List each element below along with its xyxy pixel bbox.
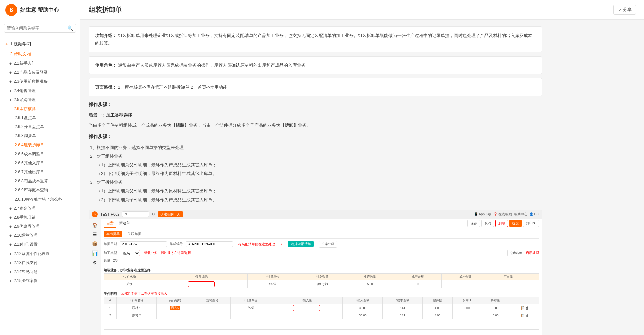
mock-date-input[interactable] <box>120 241 167 247</box>
mock-lower-td-costamt2: 141 <box>383 312 423 319</box>
mock-lower-row-1: 1 原材 1 商品A 个/箱 <box>104 304 539 312</box>
mock-type-select[interactable]: 组装 拆卸 <box>120 250 140 256</box>
mock-confirm-btn[interactable]: 立案处理 <box>319 241 337 248</box>
search-box[interactable]: 🔍 <box>4 24 76 33</box>
mock-box-icon[interactable]: 📦 <box>89 239 101 248</box>
sidebar-item-269[interactable]: 2.6.9库存账本查询 <box>15 186 80 195</box>
content-area: 功能介绍： 组装拆卸单用来处理企业组装或拆卸等加工业务，支持有固定装配清单的产品… <box>80 20 550 335</box>
sidebar-item-215[interactable]: + 2.15操作案例 <box>9 276 80 285</box>
mock-lower-inout-input[interactable] <box>293 305 320 311</box>
sidebar-item-261[interactable]: 2.6.1盘点单 <box>15 113 80 122</box>
sidebar-item-21[interactable]: + 2.1新手入门 <box>9 59 80 68</box>
sidebar-item-26[interactable]: − 2.6库存核算 <box>9 104 80 113</box>
mock-lower-td-whole: 4.00 <box>423 304 453 312</box>
path-block: 页面路径： 1、库存核算->库存管理->组装拆卸单 2、首页->常用功能 <box>89 78 542 96</box>
mock-save-btn[interactable]: 保存 <box>467 220 480 227</box>
mock-tab-record[interactable]: 本情提单 <box>104 231 122 237</box>
mock-lower-row-5 <box>104 329 539 335</box>
step3-sub2: （2）下部明细为子件明细，最终作为产成品生成其它入库单。 <box>97 196 542 204</box>
mock-app-icon: 📱 App下载 <box>474 212 491 217</box>
sidebar-item-212[interactable]: + 2.12系统个性化设置 <box>9 249 80 258</box>
sidebar-item-22[interactable]: + 2.2产品安装及登录 <box>9 68 80 77</box>
plus-icon: + <box>9 98 12 102</box>
sidebar-item-266[interactable]: 2.6.6其他入库单 <box>15 159 80 168</box>
scene1-title: 场景一：加工类型选择 <box>89 112 542 118</box>
sidebar-item-label: 2.9优惠券管理 <box>14 224 40 229</box>
share-label: 分享 <box>623 7 632 13</box>
sidebar-item-27[interactable]: + 2.7资金管理 <box>9 204 80 213</box>
sidebar-item-265[interactable]: 2.6.5成本调整单 <box>15 150 80 159</box>
mock-tab-self[interactable]: 自费 <box>104 219 116 228</box>
sidebar-item-264[interactable]: 2.6.4组装拆卸单 <box>15 141 80 150</box>
mock-chart-icon[interactable]: 📊 <box>89 248 101 258</box>
mock-upper-td-name: 关水 <box>104 280 155 288</box>
plus-icon: + <box>9 233 12 238</box>
mock-home-icon[interactable]: 🏠 <box>89 220 101 230</box>
mock-row2-del-icon[interactable]: 🗑 <box>526 314 529 317</box>
sidebar-item-29[interactable]: + 2.9优惠券管理 <box>9 222 80 231</box>
sidebar-item-2610[interactable]: 2.6.10库存账本错了怎么办 <box>15 195 80 204</box>
mock-lower-th-whole: 整件数 <box>423 297 453 304</box>
plus-icon: + <box>9 70 12 75</box>
mock-num-input[interactable] <box>186 241 233 247</box>
sidebar-item-268[interactable]: 2.6.8商品成本重算 <box>15 177 80 186</box>
sidebar-item-262[interactable]: 2.6.2分量盘点单 <box>15 122 80 131</box>
mock-print-btn[interactable]: 打印▼ <box>523 220 539 227</box>
step3-sub1: （1）上部明细为父件明细，最终作为原材料生成其它出库单； <box>97 187 542 196</box>
sidebar-item-213[interactable]: + 2.13在线支付 <box>9 258 80 267</box>
mock-menu-icon[interactable]: ☰ <box>89 230 101 239</box>
sidebar-item-214[interactable]: + 2.14常见问题 <box>9 267 80 276</box>
screenshot-mockup: 6 TEST-H002 ▼ ⚙ 创建新的一天 📱 App下载 ❓ 在线帮助 帮助… <box>89 210 542 335</box>
mock-upper-td-amt: 0 <box>394 280 441 288</box>
share-icon: ↗ <box>618 7 622 12</box>
mock-store-dropdown[interactable]: ▼ <box>122 211 149 217</box>
sidebar-item-24[interactable]: + 2.4销售管理 <box>9 86 80 95</box>
sidebar-item-211[interactable]: + 2.11打印设置 <box>9 240 80 249</box>
sidebar-item-263[interactable]: 2.6.3调拨单 <box>15 131 80 141</box>
mock-lower-td-code: 商品A <box>156 304 194 312</box>
mock-warehouse-input[interactable]: 仓库名称 <box>507 250 524 256</box>
mock-row-del-icon[interactable]: 🗑 <box>526 306 529 310</box>
mock-row2-copy-icon[interactable]: 📋 <box>521 314 525 317</box>
app-name: 好生意 帮助中心 <box>20 7 59 14</box>
nav-list: + 1.视频学习 − 2.帮助文档 + 2.1新手入门 + 2.2产品安装及登录… <box>0 36 80 335</box>
mock-tab-related[interactable]: 关联单据 <box>125 231 144 237</box>
sidebar-item-video[interactable]: + 1.视频学习 <box>0 39 80 49</box>
mock-create-btn[interactable]: 创建新的一天 <box>158 211 183 217</box>
sidebar-item-docs[interactable]: − 2.帮助文档 <box>0 49 80 59</box>
mock-delete-btn[interactable]: 删除 <box>495 220 508 227</box>
mock-upper-td-plan: 很好(个) <box>299 280 346 288</box>
sidebar-item-23[interactable]: + 2.3使用前数据准备 <box>9 77 80 86</box>
share-button[interactable]: ↗ 分享 <box>613 5 636 15</box>
sidebar-item-28[interactable]: + 2.8手机旺铺 <box>9 213 80 222</box>
mock-topbar: 6 TEST-H002 ▼ ⚙ 创建新的一天 📱 App下载 ❓ 在线帮助 帮助… <box>89 210 542 219</box>
scene1-desc: 当由多个子件材料组装成一个成品的业务为【组装】业务，当由一个父件拆分成多个子产品… <box>89 121 542 130</box>
mock-submit-btn[interactable]: 提交 <box>509 220 522 227</box>
sidebar-item-267[interactable]: 2.6.7其他出库单 <box>15 168 80 177</box>
mock-lower-td-costamt: 141 <box>383 304 423 312</box>
mock-assembly-btn[interactable]: 选择装配清单 <box>288 241 314 247</box>
mock-tab-new[interactable]: 新建单 <box>116 219 133 228</box>
mock-logo: 6 <box>92 211 98 217</box>
mock-row-copy-icon[interactable]: 📋 <box>521 306 525 310</box>
step2: 2、对于组装业务 <box>90 152 542 161</box>
sidebar-item-label: 2.11打印设置 <box>14 242 38 247</box>
sidebar-item-25[interactable]: + 2.5采购管理 <box>9 95 80 104</box>
search-icon[interactable]: 🔍 <box>67 25 73 31</box>
mock-gear-icon[interactable]: ⚙ <box>89 258 101 267</box>
mock-num-label: 集成编号 <box>170 242 183 246</box>
mock-upper-td-action <box>528 280 539 288</box>
sidebar-item-label: 2.8手机旺铺 <box>14 215 36 220</box>
mock-lower-td-split2 <box>452 312 481 319</box>
step2-sub2: （2）下部明细为子件明细，最终作为原材料生成其它出库单。 <box>97 169 542 178</box>
mock-lower-td-inout2 <box>271 312 343 319</box>
mock-cancel-btn[interactable]: 取消 <box>481 220 494 227</box>
mock-upper-th-ops <box>528 273 539 280</box>
mock-upper-code-input[interactable] <box>188 281 215 287</box>
mock-lower-table: # *子件名称 商品编码 规格型号 *计量单位 *出入量 *出入金额 *成本金额… <box>104 297 539 335</box>
sidebar-item-210[interactable]: + 2.10经营管理 <box>9 231 80 240</box>
mock-lower-th-unit: *计量单位 <box>231 297 271 304</box>
mock-lower-td-inout <box>271 304 343 312</box>
search-input[interactable] <box>7 26 67 31</box>
mock-lower-row-4 <box>104 324 539 329</box>
